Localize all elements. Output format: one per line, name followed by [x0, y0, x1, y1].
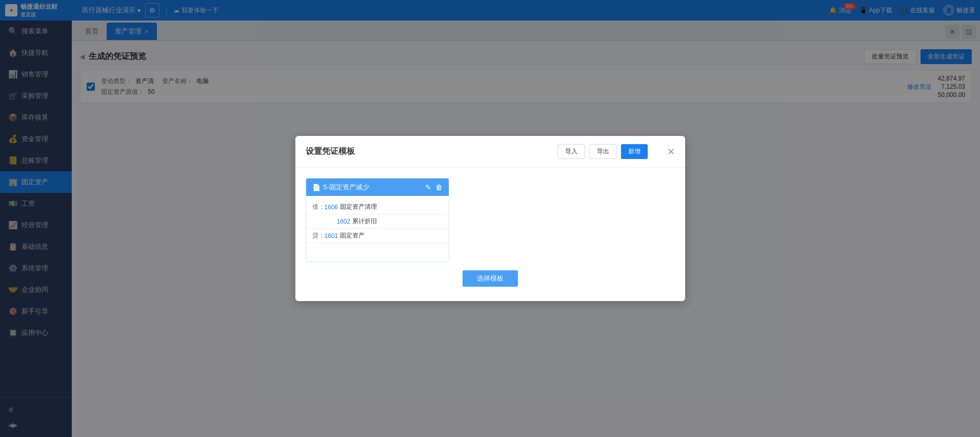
template-card-header: 📄 5-固定资产减少 ✎ 🗑 — [306, 178, 449, 196]
modal-overlay: 设置凭证模板 导入 导出 新增 ✕ 📄 5-固定资产减少 — [0, 0, 980, 437]
template-header-left: 📄 5-固定资产减少 — [312, 183, 370, 192]
modal-body: 📄 5-固定资产减少 ✎ 🗑 借： 1606 固定资产清理 — [295, 168, 685, 301]
modal-title: 设置凭证模板 — [306, 146, 355, 157]
template-card: 📄 5-固定资产减少 ✎ 🗑 借： 1606 固定资产清理 — [306, 178, 449, 262]
template-card-actions: ✎ 🗑 — [425, 183, 443, 191]
delete-template-button[interactable]: 🗑 — [435, 183, 443, 191]
modal-dialog: 设置凭证模板 导入 导出 新增 ✕ 📄 5-固定资产减少 — [295, 136, 685, 301]
template-name: 5-固定资产减少 — [324, 183, 370, 192]
template-card-body: 借： 1606 固定资产清理 1602 累计折旧 贷： 1601 固定资产 — [306, 196, 449, 262]
export-button[interactable]: 导出 — [589, 144, 617, 159]
select-template-container: 选择模板 — [306, 270, 675, 287]
modal-header-actions: 导入 导出 新增 — [557, 144, 648, 159]
edit-template-button[interactable]: ✎ — [425, 183, 431, 191]
template-entry-row-2: 1602 累计折旧 — [306, 214, 449, 229]
modal-header: 设置凭证模板 导入 导出 新增 ✕ — [295, 136, 685, 168]
template-entry-row-3: 贷： 1601 固定资产 — [306, 229, 449, 243]
modal-header-right: 导入 导出 新增 ✕ — [557, 144, 675, 159]
template-entry-row-1: 借： 1606 固定资产清理 — [306, 200, 449, 214]
select-template-button[interactable]: 选择模板 — [463, 270, 518, 287]
template-doc-icon: 📄 — [312, 184, 321, 191]
template-entry-row-4 — [306, 243, 449, 257]
import-button[interactable]: 导入 — [557, 144, 585, 159]
new-template-button[interactable]: 新增 — [621, 144, 648, 159]
close-icon[interactable]: ✕ — [667, 146, 675, 157]
